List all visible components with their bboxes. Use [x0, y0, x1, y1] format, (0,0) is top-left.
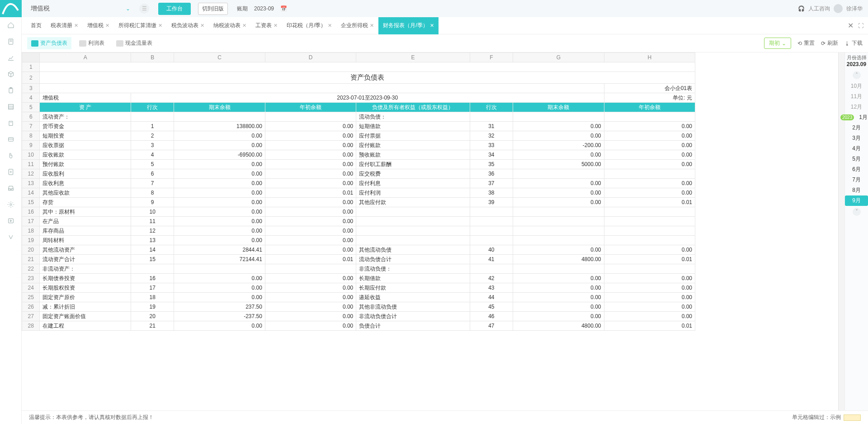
tab-所得税汇算清缴[interactable]: 所得税汇算清缴✕	[114, 17, 167, 34]
cell[interactable]: 0.00	[265, 312, 356, 321]
row-header[interactable]: 8	[22, 131, 40, 141]
nav-card-icon[interactable]	[0, 131, 22, 148]
row-header[interactable]: 1	[22, 62, 40, 72]
cell[interactable]	[604, 217, 695, 226]
month-option[interactable]: 2月	[852, 123, 861, 133]
cell[interactable]	[174, 112, 265, 122]
cell[interactable]	[131, 112, 174, 122]
cell[interactable]	[356, 207, 470, 217]
month-option[interactable]: 7月	[852, 175, 861, 185]
cell[interactable]	[470, 264, 513, 274]
col-header[interactable]: C	[174, 53, 265, 62]
cell[interactable]: 应付票据	[356, 131, 470, 141]
cell[interactable]: 应收利息	[40, 179, 131, 188]
cell[interactable]: 长期借款	[356, 274, 470, 283]
row-header[interactable]: 17	[22, 217, 40, 226]
cell[interactable]: -69500.00	[174, 150, 265, 160]
close-icon[interactable]: ✕	[242, 23, 246, 29]
cell[interactable]: 应付职工薪酬	[356, 160, 470, 169]
cell[interactable]: 库存商品	[40, 226, 131, 236]
cell[interactable]: 0.00	[604, 283, 695, 293]
cell[interactable]: 长期应付款	[356, 283, 470, 293]
cell[interactable]: 0.00	[604, 302, 695, 312]
cell[interactable]: 72144.41	[174, 255, 265, 264]
row-header[interactable]: 24	[22, 283, 40, 293]
cell[interactable]: 0.00	[174, 207, 265, 217]
cell[interactable]: 其他应付款	[356, 198, 470, 207]
cell[interactable]: 15	[131, 255, 174, 264]
tab-税负波动表[interactable]: 税负波动表✕	[167, 17, 209, 34]
subtab-利润表[interactable]: 利润表	[75, 37, 108, 49]
cell[interactable]	[513, 264, 604, 274]
cell[interactable]: 负债合计	[356, 321, 470, 331]
cell[interactable]: 4	[131, 150, 174, 160]
cell[interactable]: 减：累计折旧	[40, 302, 131, 312]
cell[interactable]: 存货	[40, 198, 131, 207]
cell[interactable]: 0.00	[513, 179, 604, 188]
nav-hand-icon[interactable]	[0, 148, 22, 164]
vertical-scrollbar[interactable]	[838, 52, 844, 410]
cell[interactable]: 0.00	[265, 160, 356, 169]
cell[interactable]: 0.00	[604, 274, 695, 283]
cell[interactable]: 0.00	[174, 198, 265, 207]
cell[interactable]: 0.00	[265, 293, 356, 302]
cell[interactable]: 4800.00	[513, 255, 604, 264]
cell[interactable]: 0.00	[604, 122, 695, 131]
cell[interactable]: 0.00	[174, 274, 265, 283]
cell[interactable]: 0.00	[604, 245, 695, 255]
tab-印花税（月/季）[interactable]: 印花税（月/季）✕	[282, 17, 336, 34]
row-header[interactable]: 6	[22, 112, 40, 122]
cell[interactable]: 递延收益	[356, 293, 470, 302]
cell[interactable]: 45	[470, 302, 513, 312]
cell[interactable]: 0.00	[513, 150, 604, 160]
cell[interactable]: 非流动负债：	[356, 264, 470, 274]
nav-building-icon[interactable]	[0, 115, 22, 131]
calendar-icon[interactable]: 📅	[280, 5, 287, 12]
row-header[interactable]: 28	[22, 321, 40, 331]
cell[interactable]	[604, 207, 695, 217]
cell[interactable]: 5	[131, 160, 174, 169]
row-header[interactable]: 3	[22, 84, 40, 93]
cell[interactable]: 9	[131, 198, 174, 207]
cell[interactable]	[513, 217, 604, 226]
cell[interactable]: 0.00	[174, 321, 265, 331]
row-header[interactable]: 2	[22, 72, 40, 84]
nav-gear-icon[interactable]	[0, 196, 22, 213]
cell[interactable]	[604, 112, 695, 122]
cell[interactable]: 流动负债：	[356, 112, 470, 122]
nav-doc-icon[interactable]	[0, 33, 22, 50]
row-header[interactable]: 14	[22, 188, 40, 198]
month-option[interactable]: 1月	[859, 112, 868, 123]
reset-button[interactable]: ⟲重置	[797, 39, 815, 47]
cell[interactable]: 流动负债合计	[356, 255, 470, 264]
cell[interactable]: 21	[131, 321, 174, 331]
close-icon[interactable]: ✕	[158, 23, 162, 29]
month-up-icon[interactable]: ˄	[853, 71, 861, 79]
tab-纳税波动表[interactable]: 纳税波动表✕	[209, 17, 251, 34]
cell[interactable]: 在产品	[40, 217, 131, 226]
row-header[interactable]: 9	[22, 141, 40, 150]
cell[interactable]: 预付账款	[40, 160, 131, 169]
row-header[interactable]: 27	[22, 312, 40, 321]
month-option-selected[interactable]: 9月	[845, 195, 868, 206]
tab-企业所得税[interactable]: 企业所得税✕	[336, 17, 378, 34]
cell[interactable]: 4800.00	[513, 321, 604, 331]
row-header[interactable]: 22	[22, 264, 40, 274]
cell[interactable]: 0.00	[513, 131, 604, 141]
user-name[interactable]: 徐泽华	[846, 5, 863, 13]
cell[interactable]: 2844.41	[174, 245, 265, 255]
cell[interactable]: 40	[470, 245, 513, 255]
cell[interactable]: 0.00	[174, 169, 265, 179]
cell[interactable]: 38	[470, 188, 513, 198]
cell[interactable]	[265, 264, 356, 274]
subtab-现金流量表[interactable]: 现金流量表	[112, 37, 156, 49]
cell[interactable]: -200.00	[513, 141, 604, 150]
cell[interactable]	[513, 112, 604, 122]
cell[interactable]: 短期投资	[40, 131, 131, 141]
avatar[interactable]	[834, 4, 843, 13]
cell[interactable]: 0.00	[513, 293, 604, 302]
cell[interactable]: 0.00	[513, 283, 604, 293]
cell[interactable]: 0.01	[604, 321, 695, 331]
cell[interactable]: 43	[470, 283, 513, 293]
cell[interactable]: 0.00	[174, 179, 265, 188]
